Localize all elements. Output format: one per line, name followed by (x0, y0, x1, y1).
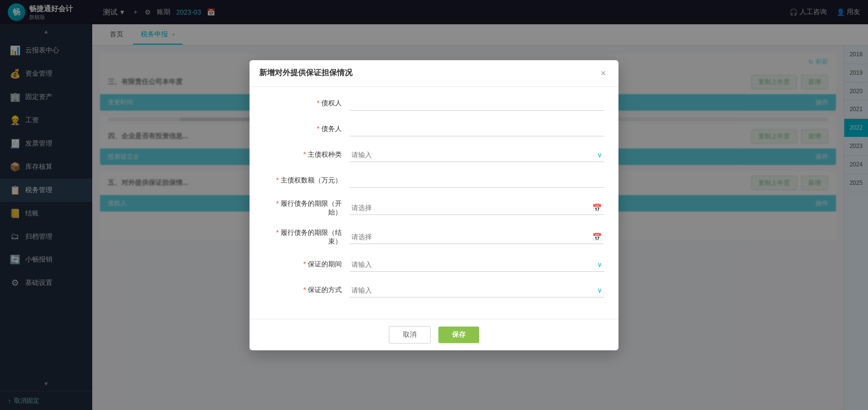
modal-header: 新增对外提供保证担保情况 × (250, 60, 618, 87)
modal-footer: 取消 保存 (250, 319, 618, 350)
label-debtor: * 债务人 (264, 125, 342, 133)
input-period-start[interactable] (350, 201, 590, 214)
guarantee-period-chevron-icon[interactable]: ∨ (595, 261, 604, 268)
form-row-guarantee-method: * 保证的方式 ∨ (264, 283, 604, 297)
form-row-period-start: * 履行债务的期限（开始） 📅 (264, 199, 604, 217)
input-guarantee-period[interactable] (350, 258, 595, 271)
label-debt-type: * 主债权种类 (264, 150, 342, 159)
calendar-end-icon[interactable]: 📅 (590, 232, 604, 242)
form-row-debt-type: * 主债权种类 ∨ (264, 148, 604, 162)
label-creditor: * 债权人 (264, 99, 342, 108)
select-debt-type[interactable]: ∨ (350, 148, 604, 162)
calendar-start-icon[interactable]: 📅 (590, 203, 604, 213)
input-guarantee-method[interactable] (350, 283, 595, 297)
date-period-start[interactable]: 📅 (350, 201, 604, 215)
form-row-period-end: * 履行债务的期限（结束） 📅 (264, 229, 604, 246)
form-row-creditor: * 债权人 (264, 97, 604, 111)
modal-dialog: 新增对外提供保证担保情况 × * 债权人 * 债务人 (250, 60, 618, 350)
modal-body: * 债权人 * 债务人 * 主债权种类 (250, 87, 618, 319)
label-debt-amount: * 主债权数额（万元） (264, 176, 342, 185)
guarantee-method-chevron-icon[interactable]: ∨ (595, 286, 604, 294)
label-period-start: * 履行债务的期限（开始） (264, 199, 342, 217)
cancel-button[interactable]: 取消 (389, 326, 431, 344)
input-debtor[interactable] (350, 122, 604, 136)
label-guarantee-method: * 保证的方式 (264, 286, 342, 295)
form-row-debt-amount: * 主债权数额（万元） (264, 174, 604, 188)
input-debt-type[interactable] (350, 148, 595, 162)
select-guarantee-method[interactable]: ∨ (350, 283, 604, 297)
input-period-end[interactable] (350, 230, 590, 244)
modal-close-button[interactable]: × (598, 68, 609, 79)
input-debt-amount[interactable] (350, 174, 604, 188)
save-button[interactable]: 保存 (438, 327, 479, 343)
input-creditor[interactable] (350, 97, 604, 111)
form-row-guarantee-period: * 保证的期间 ∨ (264, 258, 604, 272)
debt-type-chevron-icon[interactable]: ∨ (595, 151, 604, 159)
form-row-debtor: * 债务人 (264, 122, 604, 136)
modal-title: 新增对外提供保证担保情况 (259, 68, 352, 78)
modal-overlay: 新增对外提供保证担保情况 × * 债权人 * 债务人 (0, 0, 868, 410)
label-period-end: * 履行债务的期限（结束） (264, 229, 342, 246)
date-period-end[interactable]: 📅 (350, 230, 604, 244)
select-guarantee-period[interactable]: ∨ (350, 258, 604, 272)
label-guarantee-period: * 保证的期间 (264, 260, 342, 269)
